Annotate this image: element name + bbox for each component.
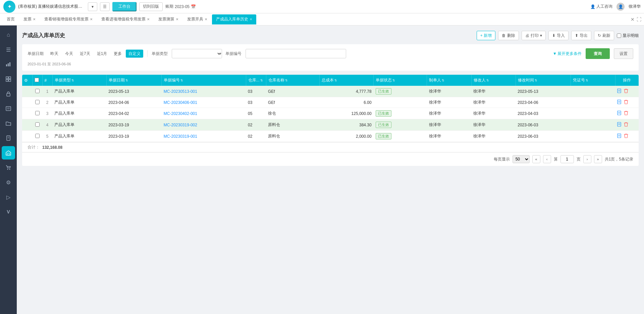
th-modifier[interactable]: 修改人⇅ xyxy=(471,75,516,86)
show-detail-input[interactable] xyxy=(617,34,621,38)
switch-old-btn[interactable]: 切到旧版 xyxy=(139,2,163,11)
print-button[interactable]: 🖨 打印 ▾ xyxy=(522,31,546,40)
tab-home[interactable]: 首页 xyxy=(3,14,19,24)
edit-op-btn[interactable] xyxy=(617,100,622,105)
sidebar-item-lock[interactable] xyxy=(2,87,15,101)
date-btn-today[interactable]: 今天 xyxy=(62,50,76,58)
th-voucher[interactable]: 凭证号⇅ xyxy=(571,75,615,86)
query-button[interactable]: 查询 xyxy=(586,48,610,59)
import-button[interactable]: ⬇ 导入 xyxy=(548,31,569,40)
doc-link[interactable]: MC-20230402-001 xyxy=(164,111,197,116)
tab-close-all-icon[interactable]: ✕ xyxy=(631,17,635,22)
delete-op-btn[interactable] xyxy=(624,133,628,139)
company-dropdown-btn[interactable]: ▾ xyxy=(88,2,97,11)
last-page-btn[interactable]: » xyxy=(594,155,602,163)
row-checkbox[interactable] xyxy=(35,100,40,104)
th-creator[interactable]: 制单人⇅ xyxy=(427,75,471,86)
select-all-checkbox[interactable] xyxy=(35,78,39,82)
date-btn-7days[interactable]: 近7天 xyxy=(77,50,93,58)
sidebar-item-doc[interactable]: ☰ xyxy=(2,43,15,56)
tab-invoice-close[interactable]: ✕ xyxy=(33,17,36,21)
show-detail-checkbox[interactable]: 显示明细 xyxy=(617,33,639,39)
th-checkbox[interactable] xyxy=(32,75,42,86)
doc-link[interactable]: MC-20230319-001 xyxy=(164,134,197,139)
doc-link[interactable]: MC-20230406-001 xyxy=(164,100,197,105)
th-warehouse-code[interactable]: 仓库...⇅ xyxy=(246,75,266,86)
doc-link[interactable]: MC-20230319-002 xyxy=(164,123,197,127)
tab-invoice-calc-close[interactable]: ✕ xyxy=(176,17,178,21)
edit-op-btn[interactable] xyxy=(617,88,622,94)
row-checkbox[interactable] xyxy=(35,89,40,93)
date-btn-more[interactable]: 更多 xyxy=(111,50,124,58)
edit-op-btn[interactable] xyxy=(617,133,622,139)
sidebar-item-settings[interactable]: ⚙ xyxy=(2,176,15,189)
sidebar-item-book[interactable] xyxy=(2,131,15,145)
th-total-cost[interactable]: 总成本⇅ xyxy=(319,75,374,86)
th-settings[interactable]: ⚙ xyxy=(22,75,32,86)
tab-sales-vat[interactable]: 查看销项增值税专用发票 ✕ xyxy=(40,14,97,24)
tab-purchase-vat[interactable]: 查看进项增值税专用发票 ✕ xyxy=(97,14,154,24)
delete-op-btn[interactable] xyxy=(624,111,628,116)
sidebar-item-invoice[interactable] xyxy=(2,102,15,115)
sidebar-item-v[interactable]: V xyxy=(2,205,15,218)
cell-number[interactable]: MC-20230319-001 xyxy=(162,131,246,142)
prev-page-btn[interactable]: ‹ xyxy=(543,155,551,163)
edit-op-btn[interactable] xyxy=(617,122,622,128)
cell-number[interactable]: MC-20230319-002 xyxy=(162,119,246,131)
export-button[interactable]: ⬆ 导出 xyxy=(571,31,591,40)
date-btn-1month[interactable]: 近1月 xyxy=(94,50,110,58)
sidebar-item-purchase[interactable] xyxy=(2,161,15,174)
workbench-button[interactable]: 工作台 xyxy=(112,2,137,11)
sidebar-item-home[interactable]: ⌂ xyxy=(2,28,15,42)
row-checkbox[interactable] xyxy=(35,111,40,115)
date-btn-yesterday[interactable]: 昨天 xyxy=(48,50,61,58)
type-filter-select[interactable] xyxy=(172,49,222,58)
sidebar-item-chart[interactable] xyxy=(2,58,15,71)
cell-checkbox[interactable] xyxy=(32,108,42,119)
next-page-btn[interactable]: › xyxy=(583,155,591,163)
tab-sales-vat-close[interactable]: ✕ xyxy=(90,17,93,21)
tab-product-history[interactable]: 产成品入库单历史 ✕ xyxy=(212,14,256,24)
th-status[interactable]: 单据状态⇅ xyxy=(374,75,427,86)
number-filter-input[interactable] xyxy=(246,49,346,58)
tab-maximize-icon[interactable]: ⛶ xyxy=(637,17,641,22)
delete-button[interactable]: 🗑 删除 xyxy=(498,31,519,40)
doc-link[interactable]: MC-20230513-001 xyxy=(164,89,197,94)
cell-checkbox[interactable] xyxy=(32,119,42,131)
sidebar-item-play[interactable]: ▷ xyxy=(2,190,15,204)
tab-invoice[interactable]: 发票 ✕ xyxy=(19,14,40,24)
new-button[interactable]: + 新增 xyxy=(477,31,495,40)
cell-number[interactable]: MC-20230513-001 xyxy=(162,86,246,97)
th-warehouse-name[interactable]: 仓库名称⇅ xyxy=(266,75,319,86)
first-page-btn[interactable]: « xyxy=(532,155,540,163)
edit-op-btn[interactable] xyxy=(617,111,622,116)
row-checkbox[interactable] xyxy=(35,122,40,127)
cell-number[interactable]: MC-20230406-001 xyxy=(162,97,246,108)
page-size-select[interactable]: 50 20 100 xyxy=(513,155,530,163)
cell-checkbox[interactable] xyxy=(32,86,42,97)
th-date[interactable]: 单据日期⇅ xyxy=(106,75,161,86)
support-label[interactable]: 👤 人工咨询 xyxy=(590,4,612,9)
refresh-button[interactable]: ↻ 刷新 xyxy=(594,31,614,40)
delete-op-btn[interactable] xyxy=(624,122,628,128)
row-checkbox[interactable] xyxy=(35,134,40,138)
tab-purchase-vat-close[interactable]: ✕ xyxy=(147,17,150,21)
delete-op-btn[interactable] xyxy=(624,88,628,94)
cell-checkbox[interactable] xyxy=(32,97,42,108)
th-number[interactable]: 单据编号⇅ xyxy=(162,75,246,86)
doc-icon-btn[interactable]: ☰ xyxy=(100,2,110,11)
expand-conditions-btn[interactable]: ▼ 展开更多条件 xyxy=(553,51,582,57)
page-input[interactable] xyxy=(560,155,574,163)
cell-checkbox[interactable] xyxy=(32,131,42,142)
date-btn-custom[interactable]: 自定义 xyxy=(126,50,143,58)
tab-invoice-calc[interactable]: 发票测算 ✕ xyxy=(154,14,182,24)
sidebar-item-tax[interactable] xyxy=(2,72,15,86)
cell-number[interactable]: MC-20230402-001 xyxy=(162,108,246,119)
filter-setting-btn[interactable]: 设置 xyxy=(614,48,633,59)
sidebar-item-folder[interactable] xyxy=(2,117,15,130)
delete-op-btn[interactable] xyxy=(624,100,628,105)
th-type[interactable]: 单据类型⇅ xyxy=(52,75,106,86)
tab-invoice-issue[interactable]: 发票开具 ✕ xyxy=(183,14,211,24)
sidebar-item-warehouse[interactable] xyxy=(2,146,15,160)
th-modify-time[interactable]: 修改时间⇅ xyxy=(516,75,571,86)
